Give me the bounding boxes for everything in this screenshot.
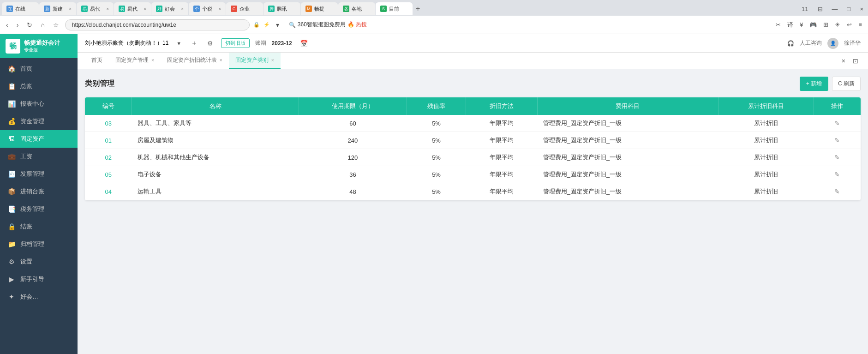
new-tab-button[interactable]: + (413, 4, 423, 14)
cell-residual-3: 5% (407, 166, 466, 183)
browser-tab-4-close[interactable]: × (144, 6, 146, 12)
browser-tab-2[interactable]: 新 新建 × (39, 2, 76, 15)
browser-tab-5-label: 好会 (165, 6, 175, 12)
table-row: 04 运输工具 48 5% 年限平均 管理费用_固定资产折旧_一级 累计折旧 ✎ (85, 183, 861, 200)
bookmark-button[interactable]: ☆ (51, 20, 61, 30)
sidebar-item-guide[interactable]: ▶ 新手引导 (0, 270, 78, 288)
page-tab-fixed-mgmt[interactable]: 固定资产管理 × (109, 53, 161, 69)
currency-icon[interactable]: ¥ (797, 20, 805, 30)
cell-code-1[interactable]: 01 (85, 132, 132, 149)
sidebar-item-home[interactable]: 🏠 首页 (0, 60, 78, 78)
forward-button[interactable]: › (14, 20, 21, 30)
game-icon[interactable]: 🎮 (807, 20, 819, 30)
expand-address-button[interactable]: ▾ (274, 20, 281, 30)
browser-tab-5-close[interactable]: × (181, 6, 184, 12)
content-close-button[interactable]: × (839, 56, 848, 66)
content-maximize-button[interactable]: ⊡ (850, 56, 861, 66)
sidebar-item-tax[interactable]: 📑 税务管理 (0, 200, 78, 218)
page-tab-fixed-dep-label: 固定资产折旧统计表 (167, 56, 217, 64)
edit-button-3[interactable]: ✎ (834, 171, 840, 178)
browser-tab-bar: 在 在线 新 新建 × 易 易代 × 易 易代 × 好 好会 × 个 个税 × (0, 0, 868, 16)
browser-tab-2-close[interactable]: × (69, 6, 72, 12)
sidebar-item-report[interactable]: 📊 报表中心 (0, 95, 78, 113)
back-button[interactable]: ‹ (4, 20, 11, 30)
cell-residual-4: 5% (407, 183, 466, 200)
page-tab-fixed-cat[interactable]: 固定资产类别 × (229, 53, 281, 69)
browser-tab-7-label: 企业 (239, 6, 250, 12)
tax-icon: 📑 (7, 205, 16, 213)
undo-icon[interactable]: ↩ (844, 20, 854, 30)
calendar-button[interactable]: 📅 (298, 38, 310, 48)
cell-method-3: 年限平均 (466, 166, 538, 183)
cell-action-1: ✎ (814, 132, 861, 149)
cell-residual-0: 5% (407, 115, 466, 132)
add-account-button[interactable]: + (189, 38, 199, 48)
account-settings-button[interactable]: ⚙ (205, 38, 216, 48)
sidebar-item-inventory[interactable]: 📦 进销台账 (0, 183, 78, 200)
page-tab-fixed-mgmt-close[interactable]: × (151, 58, 154, 63)
add-button[interactable]: + 新增 (800, 77, 828, 91)
page-tab-home-label: 首页 (91, 56, 102, 64)
account-expand-button[interactable]: ▼ (174, 39, 184, 48)
browser-tab-9[interactable]: M 畅提 (301, 2, 338, 15)
support-label[interactable]: 人工咨询 (800, 39, 822, 47)
browser-tab-3[interactable]: 易 易代 × (77, 2, 114, 15)
browser-tab-9-label: 畅提 (314, 6, 324, 12)
edit-button-4[interactable]: ✎ (834, 188, 840, 195)
menu-button[interactable]: ≡ (856, 20, 864, 30)
edit-button-1[interactable]: ✎ (834, 137, 840, 144)
edit-button-0[interactable]: ✎ (834, 120, 840, 127)
tab-count-badge[interactable]: 11 (799, 5, 811, 13)
page-tab-fixed-mgmt-label: 固定资产管理 (115, 56, 149, 64)
sidebar-item-fixed[interactable]: 🏗 固定资产 (0, 130, 78, 148)
tab-list-button[interactable]: ⊟ (815, 5, 826, 13)
cut-icon[interactable]: ✂ (773, 20, 783, 30)
close-button[interactable]: × (857, 5, 866, 13)
home-nav-button[interactable]: ⌂ (38, 20, 47, 30)
sidebar-item-closing[interactable]: 🔒 结账 (0, 218, 78, 235)
sidebar-item-archive-label: 归档管理 (20, 240, 44, 248)
more-icon: ✦ (7, 293, 16, 300)
page-tab-fixed-dep-close[interactable]: × (220, 58, 222, 63)
reload-button[interactable]: ↻ (24, 20, 35, 30)
minimize-button[interactable]: — (829, 5, 841, 13)
sidebar-item-settings[interactable]: ⚙ 设置 (0, 253, 78, 270)
browser-tab-6-close[interactable]: × (218, 6, 221, 12)
grid-icon[interactable]: ⊞ (821, 20, 831, 30)
browser-tab-5[interactable]: 好 好会 × (151, 2, 188, 15)
page-tab-home[interactable]: 首页 (85, 53, 109, 69)
fund-icon: 💰 (7, 118, 16, 125)
page-tab-fixed-dep[interactable]: 固定资产折旧统计表 × (161, 53, 229, 69)
browser-tab-11[interactable]: S 目前 (376, 2, 413, 15)
browser-tab-4[interactable]: 易 易代 × (114, 2, 151, 15)
translate-icon[interactable]: 译 (785, 19, 796, 30)
sidebar-item-archive[interactable]: 📁 归档管理 (0, 235, 78, 253)
user-avatar: 👤 (827, 38, 838, 49)
browser-tab-7[interactable]: C 企业 (226, 2, 263, 15)
address-input[interactable] (65, 19, 250, 30)
cell-accumulated-2: 累计折旧 (718, 149, 814, 166)
browser-tab-8[interactable]: 腾 腾讯 (263, 2, 300, 15)
refresh-button[interactable]: C 刷新 (832, 77, 861, 91)
browser-tab-1[interactable]: 在 在线 (2, 2, 39, 15)
cell-code-3[interactable]: 05 (85, 166, 132, 183)
switch-version-button[interactable]: 切到旧版 (221, 38, 250, 48)
browser-tab-10[interactable]: 各 各地 (338, 2, 375, 15)
sidebar-item-fund[interactable]: 💰 资金管理 (0, 113, 78, 130)
page-tab-fixed-cat-close[interactable]: × (271, 58, 274, 63)
sidebar-item-more[interactable]: ✦ 好会… (0, 288, 78, 306)
cell-code-2[interactable]: 02 (85, 149, 132, 166)
cell-code-4[interactable]: 04 (85, 183, 132, 200)
sidebar-item-invoice[interactable]: 🧾 发票管理 (0, 165, 78, 183)
account-name: 刘小艳演示账套（勿删勿动！）11 (85, 39, 168, 47)
cell-period-0: 60 (299, 115, 407, 132)
browser-tab-3-close[interactable]: × (106, 6, 109, 12)
invoice-icon: 🧾 (7, 170, 16, 178)
cell-code-0[interactable]: 03 (85, 115, 132, 132)
sidebar-item-payroll[interactable]: 💼 工资 (0, 148, 78, 165)
browser-tab-6[interactable]: 个 个税 × (189, 2, 226, 15)
maximize-button[interactable]: □ (844, 5, 854, 13)
sidebar-item-ledger[interactable]: 📋 总账 (0, 78, 78, 95)
edit-button-2[interactable]: ✎ (834, 154, 840, 161)
brightness-icon[interactable]: ☀ (832, 20, 843, 30)
